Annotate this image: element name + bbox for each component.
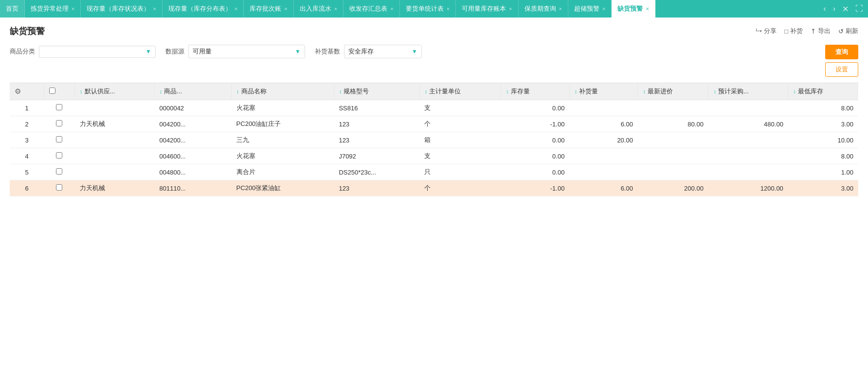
cell-min-stock: 8.00	[788, 100, 858, 116]
cell-min-stock: 8.00	[788, 148, 858, 164]
row-checkbox[interactable]	[56, 104, 62, 110]
table-row: 4 004600... 火花塞 J7092 支 0.00 8.00	[10, 148, 858, 164]
row-checkbox[interactable]	[56, 120, 62, 126]
th-estimated-purchase[interactable]: ↕ 预计采购...	[708, 83, 788, 100]
settings-button[interactable]: 设置	[825, 62, 858, 77]
category-select[interactable]: ▼	[39, 46, 156, 58]
th-latest-price[interactable]: ↕ 最新进价	[638, 83, 708, 100]
cell-latest-price: 200.00	[638, 180, 708, 196]
cell-estimated-purchase	[708, 164, 788, 180]
cell-index: 6	[10, 180, 44, 196]
row-checkbox[interactable]	[56, 168, 62, 175]
cell-code: 004800...	[154, 164, 231, 180]
th-stock[interactable]: ↕ 库存量	[501, 83, 570, 100]
close-tab-overstock[interactable]: ×	[602, 6, 605, 12]
close-tab-demand-stats[interactable]: ×	[447, 6, 450, 12]
close-tab-stock-dist[interactable]: ×	[235, 6, 237, 12]
tab-inout-flow[interactable]: 出入库流水 ×	[294, 0, 344, 18]
page-title: 缺货预警	[10, 25, 45, 37]
nav-prev-button[interactable]: ‹	[820, 2, 829, 15]
close-tab-available-ledger[interactable]: ×	[509, 6, 512, 12]
th-replenish[interactable]: ↕ 补货量	[569, 83, 638, 100]
replenish-button[interactable]: □ 补货	[784, 27, 803, 35]
tab-expiry[interactable]: 保质期查询 ×	[519, 0, 568, 18]
tab-demand-stats[interactable]: 要货单统计表 ×	[400, 0, 456, 18]
cell-check[interactable]	[44, 132, 74, 148]
th-unit[interactable]: ↕ 主计量单位	[419, 83, 501, 100]
close-tab-stock-status[interactable]: ×	[153, 6, 156, 12]
close-tab-inout-flow[interactable]: ×	[334, 6, 337, 12]
cell-name: 火花塞	[232, 100, 334, 116]
cell-name: 离合片	[232, 164, 334, 180]
table-header-row: ⚙ ↕ 默认供应... ↕ 商品...	[10, 83, 858, 100]
table-row: 3 004200... 三九 123 箱 0.00 20.00 10.00	[10, 132, 858, 148]
cell-check[interactable]	[44, 164, 74, 180]
sort-spec-icon: ↕	[339, 88, 342, 94]
th-code[interactable]: ↕ 商品...	[154, 83, 231, 100]
cell-replenish	[569, 148, 638, 164]
cell-check[interactable]	[44, 148, 74, 164]
row-checkbox[interactable]	[56, 152, 62, 158]
cell-latest-price	[638, 100, 708, 116]
close-tab-batch[interactable]: ×	[284, 6, 287, 12]
th-gear: ⚙	[10, 83, 44, 100]
replenish-icon: □	[784, 28, 788, 35]
tab-home[interactable]: 首页	[0, 0, 25, 18]
tab-shortage[interactable]: 缺货预警 ×	[612, 0, 655, 18]
replenish-base-select[interactable]: 安全库存 ▼	[344, 45, 422, 58]
cell-check[interactable]	[44, 116, 74, 132]
cell-code: 004200...	[154, 116, 231, 132]
tab-overstock[interactable]: 超储预警 ×	[568, 0, 612, 18]
tab-available-ledger[interactable]: 可用量库存账本 ×	[456, 0, 518, 18]
tab-stock-status[interactable]: 现存量（库存状况表） ×	[81, 0, 162, 18]
refresh-button[interactable]: ↺ 刷新	[838, 27, 858, 35]
nav-close-button[interactable]: ✕	[839, 2, 851, 16]
close-tab-receive-summary[interactable]: ×	[390, 6, 393, 12]
select-all-checkbox[interactable]	[49, 88, 55, 94]
share-icon: ⮡	[756, 28, 762, 35]
row-checkbox[interactable]	[56, 136, 62, 142]
cell-name: PC200油缸庄子	[232, 116, 334, 132]
category-label: 商品分类	[10, 47, 35, 56]
filter-row: 商品分类 ▼ 数据源 可用量 ▼ 补货基数 安全库存 ▼	[10, 45, 858, 77]
th-supplier[interactable]: ↕ 默认供应...	[75, 83, 155, 100]
sort-price-icon: ↕	[643, 88, 646, 94]
th-min-stock[interactable]: ↕ 最低库存	[788, 83, 858, 100]
cell-supplier	[75, 132, 155, 148]
th-name[interactable]: ↕ 商品名称	[232, 83, 334, 100]
tab-stock-dist[interactable]: 现存量（库存分布表） ×	[163, 0, 244, 18]
th-spec[interactable]: ↕ 规格型号	[334, 83, 419, 100]
cell-replenish: 6.00	[569, 116, 638, 132]
cell-latest-price: 80.00	[638, 116, 708, 132]
tab-exception[interactable]: 拣货异常处理 ×	[25, 0, 81, 18]
cell-check[interactable]	[44, 100, 74, 116]
cell-unit: 只	[419, 164, 501, 180]
close-tab-expiry[interactable]: ×	[559, 6, 562, 12]
gear-settings-button[interactable]: ⚙	[15, 87, 21, 96]
replenish-base-arrow-icon: ▼	[412, 48, 417, 55]
cell-replenish	[569, 100, 638, 116]
query-button[interactable]: 查询	[825, 45, 858, 59]
row-checkbox[interactable]	[56, 184, 62, 191]
tab-batch[interactable]: 库存批次账 ×	[244, 0, 293, 18]
sort-stock-icon: ↕	[506, 88, 509, 94]
close-tab-shortage[interactable]: ×	[646, 6, 649, 12]
export-button[interactable]: ⤒ 导出	[811, 27, 831, 35]
cell-check[interactable]	[44, 180, 74, 196]
category-arrow-icon: ▼	[145, 48, 151, 55]
cell-unit: 个	[419, 116, 501, 132]
tab-receive-summary[interactable]: 收发存汇总表 ×	[344, 0, 399, 18]
header-actions: ⮡ 分享 □ 补货 ⤒ 导出 ↺ 刷新	[756, 27, 858, 35]
cell-index: 3	[10, 132, 44, 148]
share-button[interactable]: ⮡ 分享	[756, 27, 777, 35]
cell-stock: 0.00	[501, 148, 570, 164]
page-header: 缺货预警 ⮡ 分享 □ 补货 ⤒ 导出 ↺ 刷新	[10, 25, 858, 37]
nav-next-button[interactable]: ›	[830, 2, 838, 15]
table-row: 1 0000042 火花塞 SS816 支 0.00 8.00	[10, 100, 858, 116]
close-tab-exception[interactable]: ×	[72, 6, 74, 12]
cell-unit: 个	[419, 180, 501, 196]
cell-min-stock: 3.00	[788, 116, 858, 132]
nav-maximize-button[interactable]: ⛶	[852, 2, 866, 15]
cell-min-stock: 1.00	[788, 164, 858, 180]
datasource-select[interactable]: 可用量 ▼	[188, 45, 305, 58]
